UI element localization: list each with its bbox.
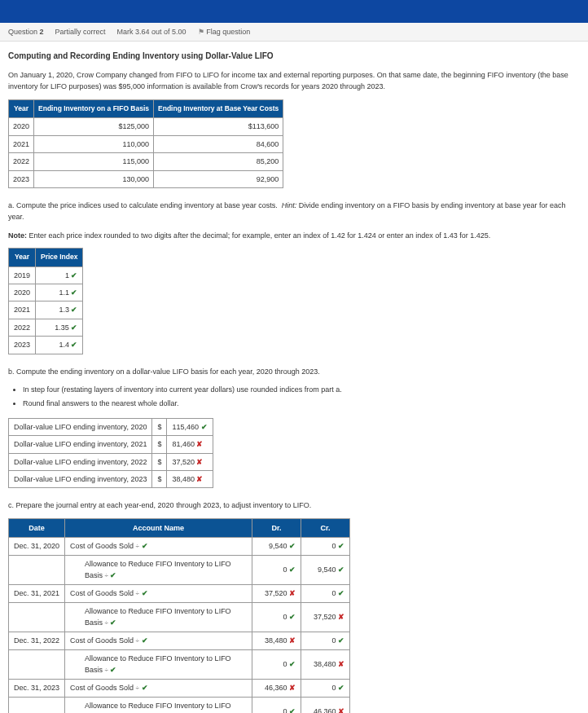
idx-year: 2020 [9,284,36,301]
lifo-label: Dollar-value LIFO ending inventory, 2020 [9,418,152,435]
x-icon: ✘ [196,440,203,448]
check-icon: ✔ [289,660,296,668]
dropdown-icon[interactable]: ÷ [136,684,139,694]
je-account-select[interactable]: Cost of Goods Sold ÷ ✔ [65,680,252,698]
check-icon: ✔ [338,566,344,574]
je-dr-input[interactable]: 0 ✔ [252,697,301,713]
dropdown-icon[interactable]: ÷ [105,666,108,676]
je-account-select[interactable]: Allowance to Reduce FIFO Inventory to LI… [65,555,252,584]
lifo-input[interactable]: 37,520 ✘ [167,453,213,470]
idx-year: 2019 [9,266,36,284]
lifo-input[interactable]: 115,460 ✔ [167,418,213,435]
table-row: Allowance to Reduce FIFO Inventory to LI… [9,697,350,713]
lifo-label: Dollar-value LIFO ending inventory, 2022 [9,453,152,470]
je-account-select[interactable]: Cost of Goods Sold ÷ ✔ [65,538,252,556]
check-icon: ✔ [338,636,344,645]
je-dr-input[interactable]: 46,360 ✘ [252,680,301,698]
idx-input[interactable]: 1 ✔ [36,266,83,284]
check-icon: ✔ [71,306,77,314]
dropdown-icon[interactable]: ÷ [105,618,108,629]
col-year: Year [9,99,34,118]
lifo-label: Dollar-value LIFO ending inventory, 2023 [9,471,152,488]
idx-input[interactable]: 1.1 ✔ [36,284,83,301]
part-c-question: c. Prepare the journal entry at each yea… [8,500,580,511]
je-dr-input[interactable]: 0 ✔ [252,602,301,632]
je-dr-input[interactable]: 0 ✔ [252,555,301,584]
lifo-input[interactable]: 38,480 ✘ [167,471,213,488]
cell-fifo: 130,000 [34,170,154,187]
je-date-blank [9,697,65,713]
col-fifo: Ending Inventory on a FIFO Basis [34,99,154,118]
je-account-select[interactable]: Allowance to Reduce FIFO Inventory to LI… [65,649,252,679]
idx-year: 2023 [9,337,36,354]
check-icon: ✔ [289,566,296,574]
question-header: Question 2 Partially correct Mark 3.64 o… [0,23,588,42]
x-icon: ✘ [289,589,296,597]
check-icon: ✔ [110,571,116,579]
check-icon: ✔ [289,707,296,713]
cell-base: 92,900 [154,170,283,187]
idx-year: 2021 [9,301,36,319]
x-icon: ✘ [289,684,296,692]
cell-year: 2021 [9,135,34,152]
table-row: 20201.1 ✔ [9,284,83,301]
je-cr-input[interactable]: 9,540 ✔ [301,555,350,584]
je-cr-h: Cr. [301,518,350,537]
je-dr-input[interactable]: 9,540 ✔ [252,538,301,556]
je-date-h: Date [9,518,65,537]
check-icon: ✔ [71,323,77,332]
cell-fifo: 115,000 [34,153,154,170]
check-icon: ✔ [142,589,148,597]
je-cr-input[interactable]: 0 ✔ [301,680,350,698]
price-index-table: YearPrice Index 20191 ✔20201.1 ✔20211.3 … [8,248,83,354]
x-icon: ✘ [289,636,296,645]
cell-year: 2022 [9,153,34,170]
question-body: Computing and Recording Ending Inventory… [0,42,588,713]
dropdown-icon[interactable]: ÷ [136,542,139,552]
je-account-select[interactable]: Allowance to Reduce FIFO Inventory to LI… [65,697,252,713]
table-row: 20191 ✔ [9,266,83,284]
check-icon: ✔ [71,341,77,349]
je-dr-input[interactable]: 37,520 ✘ [252,585,301,603]
table-row: Allowance to Reduce FIFO Inventory to LI… [9,602,350,632]
idx-year-h: Year [9,249,36,267]
je-account-select[interactable]: Cost of Goods Sold ÷ ✔ [65,585,252,603]
idx-input[interactable]: 1.35 ✔ [36,319,83,336]
cell-year: 2020 [9,118,34,135]
lifo-sym: $ [152,436,167,453]
table-row: Dec. 31, 2022Cost of Goods Sold ÷ ✔38,48… [9,632,350,650]
part-b-question: b. Compute the ending inventory on a dol… [8,366,580,377]
je-date-blank [9,602,65,632]
intro-text: On January 1, 2020, Crow Company changed… [8,69,580,93]
dropdown-icon[interactable]: ÷ [136,636,139,647]
status-text: Partially correct [55,28,106,36]
je-cr-input[interactable]: 0 ✔ [301,632,350,650]
je-dr-input[interactable]: 0 ✔ [252,649,301,679]
list-item: In step four (restating layers of invent… [23,384,580,395]
je-cr-input[interactable]: 38,480 ✘ [301,649,350,679]
check-icon: ✔ [289,613,296,621]
je-account-select[interactable]: Cost of Goods Sold ÷ ✔ [65,632,252,650]
idx-input[interactable]: 1.3 ✔ [36,301,83,319]
je-cr-input[interactable]: 0 ✔ [301,538,350,556]
check-icon: ✔ [142,684,148,692]
x-icon: ✘ [196,458,203,466]
dropdown-icon[interactable]: ÷ [105,571,108,582]
je-cr-input[interactable]: 46,360 ✘ [301,697,350,713]
je-date: Dec. 31, 2022 [9,632,65,650]
check-icon: ✔ [338,684,344,692]
je-cr-input[interactable]: 37,520 ✘ [301,602,350,632]
je-account-select[interactable]: Allowance to Reduce FIFO Inventory to LI… [65,602,252,632]
idx-input[interactable]: 1.4 ✔ [36,337,83,354]
je-cr-input[interactable]: 0 ✔ [301,585,350,603]
cell-base: 84,600 [154,135,283,152]
lifo-input[interactable]: 81,460 ✘ [167,436,213,453]
flag-link[interactable]: Flag question [198,28,251,36]
table-row: 2023130,00092,900 [9,170,283,187]
lifo-sym: $ [152,418,167,435]
dropdown-icon[interactable]: ÷ [136,589,139,600]
je-dr-input[interactable]: 38,480 ✘ [252,632,301,650]
je-date: Dec. 31, 2020 [9,538,65,556]
idx-val-h: Price Index [36,249,83,267]
cell-year: 2023 [9,170,34,187]
